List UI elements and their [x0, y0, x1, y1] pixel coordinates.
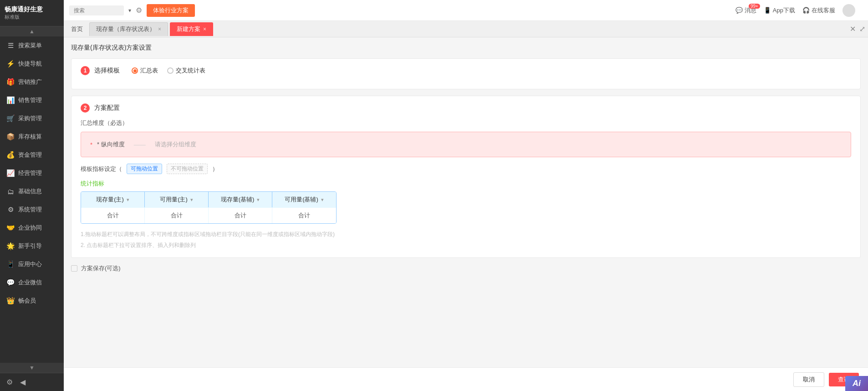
sidebar-item-label: 库存核算	[18, 133, 42, 141]
tab-expand-icon[interactable]: ⤢	[859, 25, 865, 33]
stats-table: 现存量(主) ▾ 可用量(主) ▾ 现存量(基辅) ▾ 可用量(基辅) ▾	[81, 191, 337, 224]
vertical-dimension-box[interactable]: * * 纵向维度 —— 请选择分组维度	[81, 132, 851, 157]
radio-summary-table[interactable]: 汇总表	[132, 67, 158, 75]
app-download-button[interactable]: 📱 App下载	[764, 6, 795, 15]
tab-inventory[interactable]: 现存量（库存状况表） ×	[89, 22, 168, 36]
col-chevron-2[interactable]: ▾	[257, 197, 260, 203]
collapse-icon[interactable]: ◀	[20, 378, 26, 386]
app-center-icon: 📱	[6, 260, 15, 268]
sidebar-item-label: 基础信息	[18, 187, 42, 196]
sidebar-item-inventory[interactable]: 📦 库存核算	[0, 128, 64, 146]
step1-header: 1 选择模板 汇总表 交叉统计表	[81, 66, 851, 75]
gear-icon[interactable]: ⚙	[136, 6, 142, 15]
app-download-label: App下载	[773, 6, 795, 15]
cancel-button[interactable]: 取消	[793, 372, 824, 387]
draggable-badge: 可拖动位置	[127, 164, 162, 174]
messages-button[interactable]: 💬 消息 99+	[735, 6, 756, 15]
tabs-bar: 首页 现存量（库存状况表） × 新建方案 × ✕ ⤢	[64, 21, 868, 37]
col-current-aux[interactable]: 现存量(基辅) ▾	[209, 192, 272, 207]
tab-inventory-label: 现存量（库存状况表）	[96, 25, 155, 33]
tab-new-scheme-close[interactable]: ×	[203, 26, 206, 32]
main-area: ▾ ⚙ 体验行业方案 💬 消息 99+ 📱 App下载 🎧 在线客服 首页	[64, 0, 868, 391]
tab-home[interactable]: 首页	[66, 25, 87, 33]
sidebar-scroll-down[interactable]: ▼	[0, 363, 64, 373]
radio-cross-table[interactable]: 交叉统计表	[167, 67, 205, 75]
col-current-main[interactable]: 现存量(主) ▾	[81, 192, 145, 207]
search-menu-icon: ☰	[6, 41, 15, 50]
search-input[interactable]	[69, 5, 124, 15]
tab-minimize-icon[interactable]: ✕	[850, 25, 856, 33]
col-available-aux-label: 可用量(基辅)	[285, 196, 318, 204]
topbar: ▾ ⚙ 体验行业方案 💬 消息 99+ 📱 App下载 🎧 在线客服	[64, 0, 868, 21]
non-draggable-badge: 不可拖动位置	[167, 164, 208, 174]
sidebar-item-system[interactable]: ⚙ 系统管理	[0, 201, 64, 219]
step2-num: 2	[81, 103, 90, 113]
col-chevron-3[interactable]: ▾	[321, 197, 324, 203]
dim-dash: ——	[134, 141, 146, 148]
stats-table-row: 合计 合计 合计 合计	[81, 207, 336, 223]
sidebar-item-app-center[interactable]: 📱 应用中心	[0, 255, 64, 273]
online-service-label: 在线客服	[812, 6, 835, 15]
sidebar-item-label: 畅会员	[18, 297, 36, 305]
trial-industry-button[interactable]: 体验行业方案	[147, 4, 195, 17]
sidebar-item-sales[interactable]: 📊 销售管理	[0, 91, 64, 109]
sidebar-item-purchase[interactable]: 🛒 采购管理	[0, 109, 64, 128]
tip-2: 2. 点击标题栏下拉可设置排序、插入列和删除列	[81, 241, 851, 251]
online-service-button[interactable]: 🎧 在线客服	[802, 6, 835, 15]
cell-2: 合计	[209, 208, 272, 223]
sidebar-item-guide[interactable]: 🌟 新手引导	[0, 237, 64, 255]
sidebar-item-label: 搜索菜单	[18, 41, 42, 50]
app-edition: 标准版	[5, 14, 59, 21]
sidebar-item-label: 营销推广	[18, 78, 42, 86]
system-icon: ⚙	[6, 206, 15, 214]
sidebar-item-quick-nav[interactable]: ⚡ 快捷导航	[0, 55, 64, 73]
ai-badge[interactable]: Ai	[845, 376, 868, 391]
chevron-down-icon: ▾	[128, 7, 131, 14]
sidebar-item-member[interactable]: 👑 畅会员	[0, 292, 64, 310]
app-name: 畅康通好生意	[5, 5, 59, 14]
step2-title: 方案配置	[94, 104, 120, 112]
avatar[interactable]	[842, 4, 855, 17]
stats-section-title: 统计指标	[81, 180, 851, 188]
col-available-aux[interactable]: 可用量(基辅) ▾	[272, 192, 336, 207]
step1-card: 1 选择模板 汇总表 交叉统计表	[71, 58, 861, 89]
sidebar-item-basic-info[interactable]: 🗂 基础信息	[0, 182, 64, 201]
sidebar-item-operation[interactable]: 📈 经营管理	[0, 164, 64, 182]
quick-nav-icon: ⚡	[6, 60, 15, 68]
settings-icon[interactable]: ⚙	[6, 378, 13, 386]
save-option-label: 方案保存(可选)	[81, 264, 121, 273]
indicator-setting-row: 模板指标设定（ 可拖动位置 不可拖动位置 ）	[81, 164, 851, 174]
footer-bar: 取消 查询	[64, 367, 868, 391]
sidebar-scroll-up[interactable]: ▲	[0, 26, 64, 36]
tab-new-scheme[interactable]: 新建方案 ×	[170, 22, 213, 36]
content-area: 现存量(库存状况表)方案设置 1 选择模板 汇总表 交叉统计表	[64, 37, 868, 367]
sidebar-item-label: 销售管理	[18, 96, 42, 104]
finance-icon: 💰	[6, 151, 15, 159]
col-available-main[interactable]: 可用量(主) ▾	[145, 192, 209, 207]
indicator-setting-label: 模板指标设定（	[81, 165, 122, 173]
headset-icon: 🎧	[802, 7, 810, 14]
col-chevron-0[interactable]: ▾	[127, 197, 129, 203]
sidebar-item-enterprise[interactable]: 🤝 企业协同	[0, 219, 64, 237]
cell-1: 合计	[145, 208, 209, 223]
radio-cross-label: 交叉统计表	[176, 67, 205, 75]
sidebar-item-weixin[interactable]: 💬 企业微信	[0, 273, 64, 292]
sidebar-item-marketing[interactable]: 🎁 营销推广	[0, 73, 64, 91]
topbar-dropdown[interactable]: ▾	[128, 7, 131, 14]
sidebar-item-search[interactable]: ☰ 搜索菜单	[0, 36, 64, 55]
tab-inventory-close[interactable]: ×	[158, 26, 161, 32]
vertical-dim-label: * 纵向维度	[97, 140, 125, 149]
sidebar-item-label: 企业微信	[18, 278, 42, 287]
sidebar-item-label: 应用中心	[18, 260, 42, 268]
cell-3: 合计	[272, 208, 336, 223]
page-title: 现存量(库存状况表)方案设置	[71, 44, 861, 52]
col-available-main-label: 可用量(主)	[160, 196, 188, 204]
indicator-setting-suffix: ）	[212, 165, 218, 173]
topbar-right: 💬 消息 99+ 📱 App下载 🎧 在线客服	[735, 4, 863, 17]
stats-table-header: 现存量(主) ▾ 可用量(主) ▾ 现存量(基辅) ▾ 可用量(基辅) ▾	[81, 192, 336, 207]
col-chevron-1[interactable]: ▾	[190, 197, 193, 203]
sidebar-item-finance[interactable]: 💰 资金管理	[0, 146, 64, 164]
save-checkbox[interactable]	[71, 265, 77, 272]
template-radio-group: 汇总表 交叉统计表	[132, 67, 205, 75]
sidebar: 畅康通好生意 标准版 ▲ ☰ 搜索菜单 ⚡ 快捷导航 🎁 营销推广 📊 销售管理…	[0, 0, 64, 391]
